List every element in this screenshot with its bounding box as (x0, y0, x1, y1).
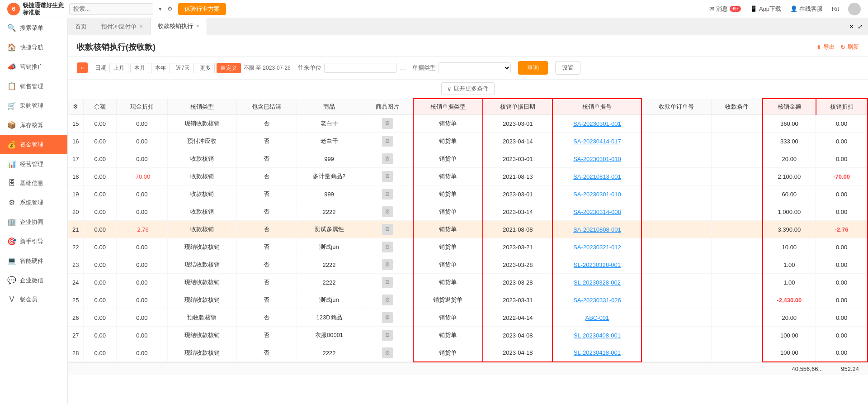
cell-receipt-condition (711, 274, 763, 291)
sidebar-item-enterprise[interactable]: 🏢 企业协同 (0, 212, 67, 232)
cell-goods: 2222 (297, 274, 362, 291)
user-name[interactable]: Rit (832, 5, 839, 12)
sidebar-item-finance[interactable]: 💰 资金管理 (0, 135, 67, 154)
cell-write-off-doc-type: 销货单 (413, 274, 483, 291)
sidebar-item-basic[interactable]: 🗄 基础信息 (0, 174, 67, 193)
cell-write-off-no[interactable]: SA-20230331-026 (552, 291, 642, 309)
cell-receipt-condition (711, 327, 763, 344)
tab-prepay[interactable]: 预付冲应付单 ✕ (94, 18, 151, 35)
cell-write-off-no[interactable]: SL-20230408-001 (552, 327, 642, 344)
cell-balance: 0.00 (84, 327, 117, 344)
tab-close-all-icon[interactable]: ✕ (849, 23, 854, 30)
date-label: 日期 (95, 64, 107, 72)
cell-write-off-discount: 0.00 (816, 203, 868, 221)
cell-balance: 0.00 (84, 221, 117, 238)
date-btn-last-7-days[interactable]: 近7天 (172, 63, 194, 73)
inventory-icon: 📦 (7, 121, 16, 129)
cell-balance: 0.00 (84, 344, 117, 362)
cell-goods: 123D商品 (297, 309, 362, 327)
cell-write-off-type: 现结收款核销 (167, 256, 236, 274)
cell-balance: 0.00 (84, 291, 117, 309)
cell-write-off-date: 2022-04-14 (483, 309, 552, 327)
sidebar-item-hardware[interactable]: 💻 智能硬件 (0, 251, 67, 271)
cell-include-settled: 否 (236, 150, 297, 168)
gear-icon[interactable]: ⚙ (167, 5, 173, 12)
sidebar-item-inventory[interactable]: 📦 库存核算 (0, 115, 67, 135)
date-btn-custom[interactable]: 自定义 (217, 63, 241, 73)
cell-write-off-amount: 10.00 (763, 238, 816, 256)
cell-row-num: 16 (68, 133, 84, 150)
cell-write-off-no[interactable]: ABC-001 (552, 309, 642, 327)
tab-close-receipt[interactable]: ✕ (196, 24, 199, 29)
cell-include-settled: 否 (236, 238, 297, 256)
message-btn[interactable]: ✉ 消息 99+ (709, 5, 741, 13)
cell-balance: 0.00 (84, 168, 117, 185)
col-settings[interactable]: ⚙ (68, 99, 84, 115)
cell-write-off-no[interactable]: SL-20230328-002 (552, 274, 642, 291)
cell-cash-discount: 0.00 (117, 203, 168, 221)
cell-write-off-no[interactable]: SA-20230414-017 (552, 133, 642, 150)
tab-receipt[interactable]: 收款核销执行 ✕ (151, 18, 207, 35)
industry-btn[interactable]: 休验行业方案 (178, 3, 226, 15)
col-write-off-doc-type: 核销单据类型 (413, 99, 483, 115)
data-table: ⚙ 余额 现金折扣 核销类型 包含已结清 商品 商品图片 核销单据类型 核销单据… (68, 98, 868, 362)
cell-write-off-no[interactable]: SL-20230328-001 (552, 256, 642, 274)
expand-more-btn[interactable]: ∨ 展开更多条件 (441, 82, 495, 95)
cell-write-off-no[interactable]: SL-20230418-001 (552, 344, 642, 362)
cell-goods-img: 🖼 (362, 274, 413, 291)
cell-write-off-no[interactable]: SA-20230301-010 (552, 150, 642, 168)
cell-balance: 0.00 (84, 256, 117, 274)
cell-write-off-type: 预收款核销 (167, 309, 236, 327)
refresh-btn[interactable]: ↻ 刷新 (840, 43, 859, 51)
cell-write-off-discount: 0.00 (816, 185, 868, 203)
sidebar-item-quick-nav[interactable]: 🏠 快捷导航 (0, 38, 67, 57)
tab-home[interactable]: 首页 (68, 18, 94, 35)
cell-write-off-no[interactable]: SA-20230301-001 (552, 115, 642, 133)
table-container[interactable]: ⚙ 余额 现金折扣 核销类型 包含已结清 商品 商品图片 核销单据类型 核销单据… (68, 98, 868, 404)
app-download-btn[interactable]: 📱 App下载 (750, 5, 781, 13)
cell-row-num: 24 (68, 274, 84, 291)
online-service-btn[interactable]: 👤 在线客服 (790, 5, 823, 13)
cell-write-off-no[interactable]: SA-20230314-008 (552, 203, 642, 221)
sidebar-item-member[interactable]: V 畅会员 (0, 290, 67, 309)
sidebar-item-purchase[interactable]: 🛒 采购管理 (0, 96, 67, 115)
page-header: 收款核销执行(按收款) ⬆ 导出 ↻ 刷新 (68, 35, 868, 57)
tab-close-prepay[interactable]: ✕ (139, 24, 143, 29)
sidebar-item-guide[interactable]: 🎯 新手引导 (0, 232, 67, 251)
cell-write-off-no[interactable]: SA-20210808-001 (552, 221, 642, 238)
sidebar-item-marketing[interactable]: 📣 营销推广 (0, 57, 67, 76)
cell-include-settled: 否 (236, 327, 297, 344)
search-input[interactable] (69, 3, 153, 15)
export-btn[interactable]: ⬆ 导出 (816, 43, 835, 51)
avatar[interactable] (848, 3, 861, 15)
cell-write-off-doc-type: 销货单 (413, 344, 483, 362)
sidebar-item-search[interactable]: 🔍 搜索菜单 (0, 18, 67, 38)
cell-goods: 测试多属性 (297, 221, 362, 238)
cell-include-settled: 否 (236, 221, 297, 238)
date-btn-this-year[interactable]: 本年 (151, 63, 170, 73)
date-btn-this-month[interactable]: 本月 (130, 63, 149, 73)
col-write-off-no: 核销单据号 (552, 99, 642, 115)
cell-write-off-no[interactable]: SA-20210813-001 (552, 168, 642, 185)
cell-write-off-no[interactable]: SA-20230301-010 (552, 185, 642, 203)
date-btn-last-month[interactable]: 上月 (109, 63, 128, 73)
sidebar-item-operations[interactable]: 📊 经营管理 (0, 154, 67, 174)
table-row: 23 0.00 0.00 现结收款核销 否 2222 🖼 销货单 2023-03… (68, 256, 868, 274)
sales-icon: 📋 (7, 82, 16, 90)
tab-maximize-icon[interactable]: ⤢ (858, 23, 863, 30)
cell-write-off-date: 2023-04-08 (483, 327, 552, 344)
settings-btn[interactable]: 设置 (555, 61, 580, 75)
cell-write-off-no[interactable]: SA-20230321-012 (552, 238, 642, 256)
dropdown-btn[interactable]: ▾ (159, 5, 162, 12)
query-btn[interactable]: 查询 (518, 61, 548, 75)
cell-row-num: 26 (68, 309, 84, 327)
cell-write-off-type: 现销收款核销 (167, 115, 236, 133)
filter-expand-btn[interactable]: » (77, 62, 88, 73)
sidebar-item-wechat[interactable]: 💬 企业微信 (0, 271, 67, 290)
sidebar-item-sales[interactable]: 📋 销售管理 (0, 76, 67, 96)
counterpart-input[interactable] (324, 63, 396, 73)
cell-write-off-amount: 100.00 (763, 327, 816, 344)
date-btn-more[interactable]: 更多 (196, 63, 215, 73)
sidebar-item-system[interactable]: ⚙ 系统管理 (0, 193, 67, 212)
voucher-type-select[interactable] (439, 62, 511, 73)
